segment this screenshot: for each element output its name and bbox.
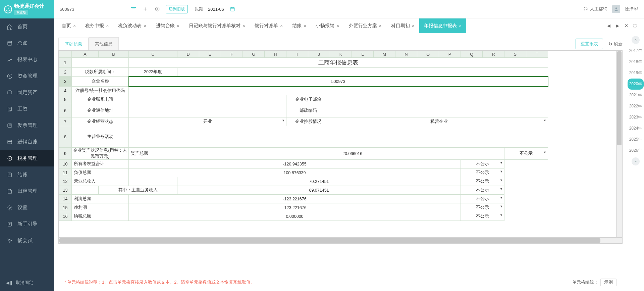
publish-dropdown[interactable]: 不公示: [461, 195, 504, 203]
row-header[interactable]: 3: [59, 77, 72, 87]
year-2023年[interactable]: 2023年: [628, 112, 644, 123]
sheet-corner[interactable]: [59, 51, 72, 58]
tab-0[interactable]: 首页×: [57, 18, 80, 33]
row-header[interactable]: 4: [59, 87, 72, 95]
org-selector[interactable]: 500973: [60, 7, 137, 12]
tab-close-icon[interactable]: ×: [106, 23, 109, 29]
sidebar-item-5[interactable]: 工资: [0, 101, 54, 117]
support-link[interactable]: 人工咨询: [583, 6, 607, 12]
col-header[interactable]: J: [308, 51, 330, 58]
fin-value[interactable]: 69.071451: [177, 186, 461, 195]
sidebar-item-6[interactable]: 发票管理: [0, 117, 54, 134]
sidebar-item-9[interactable]: 结账: [0, 166, 54, 183]
tab-4[interactable]: 日记账与银行对账单核对×: [184, 18, 250, 33]
subtab-basic[interactable]: 基础信息: [58, 38, 89, 51]
old-version-button[interactable]: 切到旧版: [166, 5, 188, 13]
tab-10[interactable]: 年报信息申报表×: [419, 18, 466, 33]
publish-dropdown[interactable]: 不公示: [504, 148, 548, 160]
sidebar-collapse[interactable]: ◀❚ 取消固定: [0, 274, 54, 291]
tab-close-icon[interactable]: ×: [73, 23, 76, 29]
tab-8[interactable]: 外贸行业方案×: [344, 18, 386, 33]
publish-dropdown[interactable]: 不公示: [461, 160, 504, 168]
sidebar-item-3[interactable]: 资金管理: [0, 68, 54, 84]
col-header[interactable]: K: [330, 51, 352, 58]
col-header[interactable]: N: [395, 51, 417, 58]
sample-button[interactable]: 示例: [600, 279, 616, 286]
year-2021年[interactable]: 2021年: [628, 90, 644, 101]
vertical-scrollbar[interactable]: [616, 51, 622, 237]
col-header[interactable]: G: [243, 51, 265, 58]
col-header[interactable]: C: [129, 51, 177, 58]
col-header[interactable]: P: [439, 51, 461, 58]
sidebar-item-13[interactable]: 畅会员: [0, 232, 54, 249]
row-header[interactable]: 9: [59, 148, 72, 160]
tab-3[interactable]: 进销台账×: [151, 18, 184, 33]
year-2025年[interactable]: 2025年: [628, 134, 644, 145]
tab-1[interactable]: 税务申报×: [80, 18, 113, 33]
sidebar-item-12[interactable]: 新手引导: [0, 216, 54, 232]
sidebar-item-10[interactable]: 归档管理: [0, 183, 54, 199]
tab-6[interactable]: 结账×: [287, 18, 311, 33]
row-header[interactable]: 12: [59, 177, 72, 186]
row-header[interactable]: 13: [59, 186, 72, 195]
tab-close-icon[interactable]: ×: [379, 23, 382, 29]
sidebar-item-1[interactable]: 总账: [0, 35, 54, 51]
tab-close-icon[interactable]: ×: [412, 23, 415, 29]
year-next-icon[interactable]: [632, 157, 640, 165]
year-2018年[interactable]: 2018年: [628, 56, 644, 67]
row-header[interactable]: 7: [59, 117, 72, 126]
col-header[interactable]: H: [265, 51, 286, 58]
col-header[interactable]: I: [286, 51, 308, 58]
tab-close-icon[interactable]: ×: [144, 23, 146, 29]
gear-icon[interactable]: [154, 5, 161, 13]
tab-close-icon[interactable]: ×: [304, 23, 306, 29]
col-header[interactable]: O: [417, 51, 439, 58]
row-header[interactable]: 15: [59, 203, 72, 212]
fin-value[interactable]: 0.000000: [129, 212, 461, 221]
tab-5[interactable]: 银行对账单×: [250, 18, 287, 33]
tab-close-all-icon[interactable]: ✕: [623, 22, 630, 30]
tab-close-icon[interactable]: ×: [280, 23, 283, 29]
col-header[interactable]: D: [177, 51, 199, 58]
publish-dropdown[interactable]: 不公示: [461, 212, 504, 221]
row-header[interactable]: 5: [59, 95, 72, 104]
tab-next-icon[interactable]: ▶: [614, 22, 621, 30]
col-header[interactable]: R: [483, 51, 504, 58]
sidebar-item-0[interactable]: 首页: [0, 18, 54, 35]
avatar[interactable]: [612, 5, 620, 13]
year-2024年[interactable]: 2024年: [628, 123, 644, 134]
col-header[interactable]: L: [352, 51, 374, 58]
publish-dropdown[interactable]: 不公示: [461, 203, 504, 212]
col-header[interactable]: E: [199, 51, 221, 58]
sidebar-item-8[interactable]: 税务管理: [0, 150, 54, 166]
spreadsheet[interactable]: ABCDEFGHIJKLMNOPQRST1工商年报信息表2税款所属期间：2022…: [58, 50, 623, 238]
fin-value[interactable]: -120.942355: [129, 160, 461, 168]
sidebar-item-2[interactable]: 报表中心: [0, 51, 54, 68]
company-name-cell[interactable]: 500973: [129, 77, 548, 87]
row-header[interactable]: 8: [59, 126, 72, 148]
col-header[interactable]: B: [99, 51, 129, 58]
col-header[interactable]: A: [72, 51, 99, 58]
fullscreen-icon[interactable]: [631, 22, 639, 30]
row-header[interactable]: 11: [59, 168, 72, 177]
row-header[interactable]: 14: [59, 195, 72, 203]
row-header[interactable]: 10: [59, 160, 72, 168]
tab-2[interactable]: 税负波动表×: [113, 18, 151, 33]
add-icon[interactable]: [142, 5, 149, 13]
rebuild-button[interactable]: 重置报表: [576, 39, 603, 49]
sidebar-item-7[interactable]: 进销台账: [0, 134, 54, 150]
tab-close-icon[interactable]: ×: [336, 23, 339, 29]
tab-7[interactable]: 小畅报销×: [311, 18, 344, 33]
row-header[interactable]: 1: [59, 58, 72, 68]
horizontal-scrollbar[interactable]: [58, 238, 623, 244]
publish-dropdown[interactable]: 不公示: [461, 168, 504, 177]
col-header[interactable]: M: [374, 51, 395, 58]
tab-9[interactable]: 科目期初×: [386, 18, 419, 33]
fin-value[interactable]: -20.066016: [199, 148, 504, 160]
col-header[interactable]: S: [504, 51, 526, 58]
year-2019年[interactable]: 2019年: [628, 67, 644, 79]
fin-value[interactable]: -123.221676: [129, 195, 461, 203]
row-header[interactable]: 2: [59, 68, 72, 77]
status-dropdown[interactable]: 开业: [129, 117, 286, 126]
row-header[interactable]: 6: [59, 104, 72, 117]
